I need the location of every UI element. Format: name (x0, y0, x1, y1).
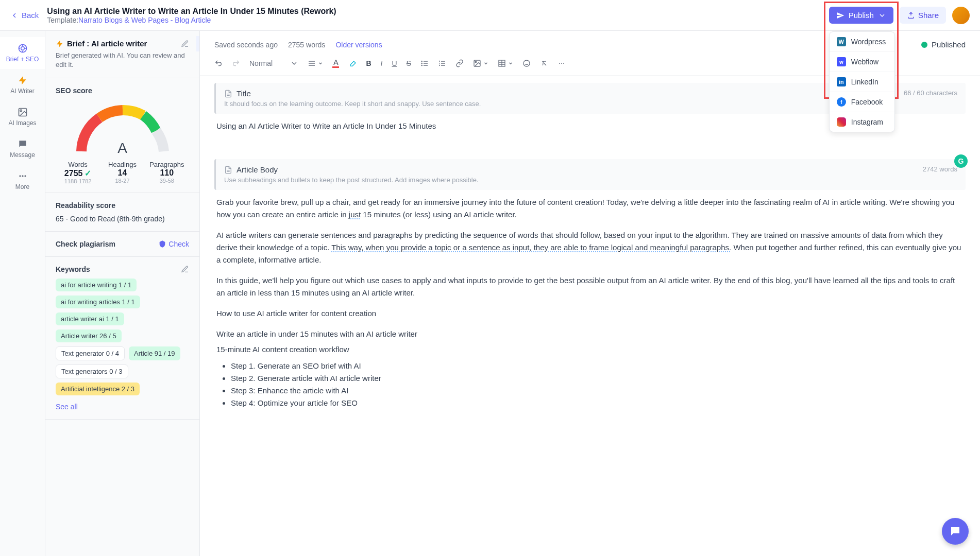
share-button[interactable]: Share (900, 7, 946, 24)
table-icon (498, 59, 506, 67)
publish-option-facebook[interactable]: fFacebook (830, 92, 894, 112)
numbered-list-button[interactable] (438, 59, 446, 67)
status-dot-icon (921, 42, 927, 48)
svg-point-11 (475, 61, 477, 63)
numbered-list-icon (438, 59, 446, 67)
back-label: Back (22, 11, 39, 20)
body-p1b: 15 minutes (or less) using an AI article… (361, 210, 517, 219)
svg-point-6 (24, 175, 26, 177)
keyword-chip[interactable]: ai for article writing 1 / 1 (56, 279, 137, 291)
collapse-panel-button[interactable] (196, 36, 200, 51)
strike-button[interactable]: S (407, 59, 411, 67)
svg-point-15 (561, 63, 562, 64)
status-text: Published (932, 40, 966, 49)
svg-point-13 (523, 60, 530, 66)
doc-template: Template:Narrato Blogs & Web Pages - Blo… (47, 16, 820, 24)
plagiarism-title: Check plagiarism (56, 240, 115, 248)
svg-point-16 (563, 63, 564, 64)
paragraphs-value: 110 (145, 168, 189, 178)
nav-ai-writer-label: AI Writer (10, 88, 34, 95)
style-select-label: Normal (249, 59, 273, 67)
publish-button[interactable]: Publish (829, 7, 893, 24)
word-count: 2755 words (288, 41, 325, 49)
style-select[interactable]: Normal (249, 59, 298, 67)
body-field[interactable]: Grab your favorite brew, pull up a chair… (214, 190, 966, 415)
keyword-chip[interactable]: Article 91 / 19 (129, 346, 180, 360)
paragraphs-label: Paragraphs (145, 161, 189, 168)
nav-ai-writer[interactable]: AI Writer (0, 69, 45, 101)
publish-option-linkedin[interactable]: inLinkedIn (830, 72, 894, 92)
share-label: Share (918, 11, 939, 20)
body-p1a: Grab your favorite brew, pull up a chair… (216, 198, 954, 219)
seo-score-section: SEO score A Wor (45, 78, 199, 193)
chevron-down-icon (508, 61, 513, 66)
table-button[interactable] (498, 59, 513, 67)
shield-icon (158, 240, 166, 248)
keyword-chip[interactable]: article writer ai 1 / 1 (56, 312, 124, 325)
webflow-label: Webflow (851, 58, 878, 66)
nav-ai-images[interactable]: AI Images (0, 101, 45, 133)
older-versions-link[interactable]: Older versions (335, 41, 382, 49)
facebook-icon: f (837, 97, 846, 107)
nav-more-label: More (15, 183, 29, 190)
check-plagiarism-button[interactable]: Check (158, 240, 189, 248)
webflow-icon: w (837, 57, 846, 66)
back-button[interactable]: Back (10, 11, 39, 20)
svg-point-14 (559, 63, 560, 64)
nav-message[interactable]: Message (0, 133, 45, 165)
chat-bubble-button[interactable] (942, 518, 969, 545)
align-button[interactable] (308, 59, 323, 67)
text-color-button[interactable]: A (332, 58, 339, 68)
underline-button[interactable]: U (392, 59, 397, 67)
keyword-chip[interactable]: Text generators 0 / 3 (56, 364, 128, 378)
grammarly-badge[interactable]: G (954, 154, 968, 168)
italic-button[interactable]: I (381, 59, 383, 67)
body-li2: Step 2. Generate article with AI article… (231, 372, 964, 385)
readability-title: Readability score (56, 201, 189, 210)
nav-ai-images-label: AI Images (8, 119, 36, 127)
publish-option-instagram[interactable]: Instagram (830, 112, 894, 132)
redo-button[interactable] (232, 59, 240, 67)
highlight-button[interactable] (348, 59, 357, 67)
upload-icon (907, 11, 915, 20)
publish-option-webflow[interactable]: wWebflow (830, 52, 894, 72)
editor-content[interactable]: Title It should focus on the learning ou… (200, 76, 980, 556)
bold-button[interactable]: B (366, 59, 371, 67)
publish-dropdown: WWordpress wWebflow inLinkedIn fFacebook… (829, 31, 895, 132)
keyword-chip[interactable]: Text generator 0 / 4 (56, 346, 125, 360)
link-button[interactable] (455, 59, 464, 67)
image-button[interactable] (473, 59, 488, 67)
edit-keywords-icon[interactable] (181, 265, 189, 273)
link-icon (455, 59, 464, 67)
doc-title: Using an AI Article Writer to Write an A… (47, 7, 820, 16)
template-link[interactable]: Narrato Blogs & Web Pages - Blog Article (78, 16, 211, 24)
template-label: Template: (47, 16, 78, 24)
send-icon (836, 11, 844, 20)
words-value: 2755 (64, 169, 83, 178)
edit-icon[interactable] (181, 40, 189, 48)
body-block-hint: Use subheadings and bullets to keep the … (224, 176, 923, 184)
more-toolbar-button[interactable] (557, 59, 566, 67)
emoji-button[interactable] (522, 59, 531, 67)
bullet-list-button[interactable] (420, 59, 429, 67)
undo-button[interactable] (214, 59, 223, 67)
nav-brief-seo[interactable]: Brief + SEO (0, 37, 45, 69)
svg-point-4 (19, 175, 21, 177)
body-h2: Write an article in under 15 minutes wit… (216, 328, 964, 340)
body-li1: Step 1. Generate an SEO brief with AI (231, 360, 964, 372)
text-color-icon: A (332, 58, 339, 68)
user-avatar[interactable] (952, 7, 970, 24)
publish-option-wordpress[interactable]: WWordpress (830, 32, 894, 52)
keyword-chip[interactable]: Artificial intelligence 2 / 3 (56, 383, 140, 395)
clear-format-button[interactable] (540, 59, 548, 67)
brief-desc: Brief generated with AI. You can review … (56, 51, 189, 70)
keyword-chip[interactable]: Article writer 26 / 5 (56, 329, 122, 342)
nav-more[interactable]: More (0, 165, 45, 197)
see-all-keywords[interactable]: See all (56, 403, 189, 411)
target-icon (18, 43, 28, 54)
body-li3: Step 3: Enhance the article with AI (231, 385, 964, 397)
wordpress-icon: W (837, 37, 846, 46)
body-word-count: 2742 words (923, 165, 957, 173)
chevron-down-icon (483, 61, 488, 66)
keyword-chip[interactable]: ai for writing articles 1 / 1 (56, 296, 140, 308)
